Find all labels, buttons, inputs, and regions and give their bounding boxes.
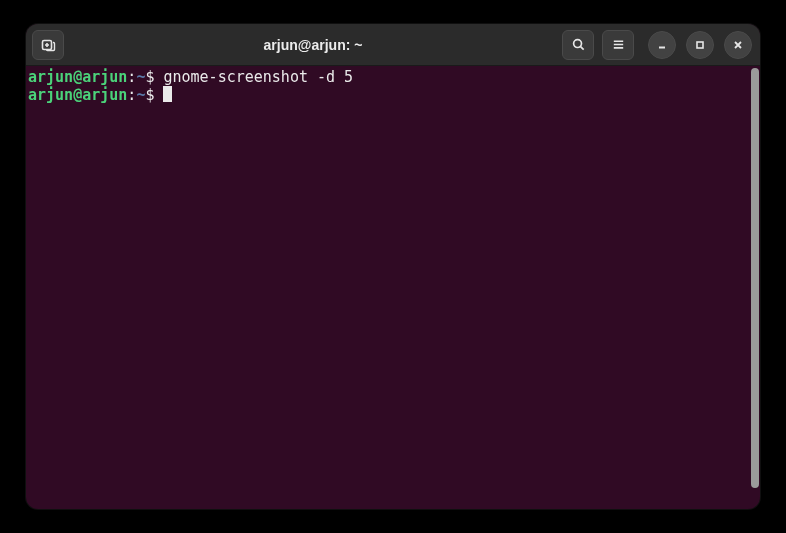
menu-icon [611, 37, 626, 52]
prompt-user: arjun@arjun [28, 68, 127, 86]
svg-point-1 [573, 40, 581, 48]
cursor [163, 86, 172, 102]
minimize-icon [656, 39, 668, 51]
close-button[interactable] [724, 31, 752, 59]
search-button[interactable] [562, 30, 594, 60]
window-title: arjun@arjun: ~ [70, 37, 556, 53]
menu-button[interactable] [602, 30, 634, 60]
window-controls [648, 31, 752, 59]
terminal-content[interactable]: arjun@arjun:~$ gnome-screenshot -d 5arju… [26, 66, 750, 509]
terminal-line: arjun@arjun:~$ [28, 86, 748, 104]
new-tab-button[interactable] [32, 30, 64, 60]
maximize-icon [694, 39, 706, 51]
scrollbar-thumb[interactable] [751, 68, 759, 488]
terminal-body[interactable]: arjun@arjun:~$ gnome-screenshot -d 5arju… [26, 66, 760, 509]
search-icon [571, 37, 586, 52]
prompt-dollar: $ [145, 68, 163, 86]
terminal-line: arjun@arjun:~$ gnome-screenshot -d 5 [28, 68, 748, 86]
scrollbar[interactable] [750, 66, 760, 509]
close-icon [732, 39, 744, 51]
svg-rect-2 [697, 42, 703, 48]
header-actions [562, 30, 634, 60]
prompt-user: arjun@arjun [28, 86, 127, 104]
terminal-window: arjun@arjun: ~ [26, 24, 760, 509]
titlebar: arjun@arjun: ~ [26, 24, 760, 66]
minimize-button[interactable] [648, 31, 676, 59]
new-tab-icon [40, 37, 56, 53]
prompt-dollar: $ [145, 86, 163, 104]
maximize-button[interactable] [686, 31, 714, 59]
command-text: gnome-screenshot -d 5 [163, 68, 353, 86]
